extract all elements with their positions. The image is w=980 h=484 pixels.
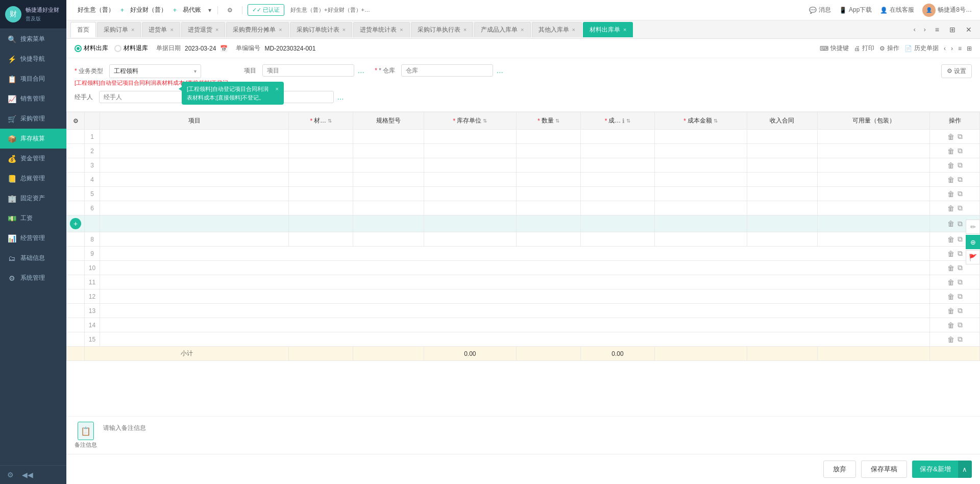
sidebar-item-quick-nav[interactable]: ⚡ 快捷导航 xyxy=(0,49,66,69)
td-warehouse-unit[interactable] xyxy=(424,144,516,158)
td-available[interactable] xyxy=(818,232,930,247)
notes-input[interactable] xyxy=(103,422,972,440)
td-project[interactable] xyxy=(100,144,289,158)
td-active-empty6[interactable] xyxy=(654,215,747,232)
td-quantity[interactable] xyxy=(516,173,580,187)
td-active-empty5[interactable] xyxy=(581,215,655,232)
td-project[interactable] xyxy=(100,201,289,215)
td-cost-amount[interactable] xyxy=(654,232,747,247)
td-active-empty7[interactable] xyxy=(747,215,817,232)
calendar-icon[interactable]: 📅 xyxy=(220,45,228,52)
row-copy-btn[interactable]: ⧉ xyxy=(958,161,963,170)
tab-close-purchase-stat[interactable]: × xyxy=(342,27,346,33)
shortcut-btn[interactable]: ⌨ 快捷键 xyxy=(820,44,849,53)
tab-inbound-return[interactable]: 进货退货 × xyxy=(181,22,225,37)
td-cost[interactable] xyxy=(581,158,655,173)
td-spec[interactable] xyxy=(353,158,424,173)
project-dots[interactable]: … xyxy=(357,66,364,75)
td-cost[interactable] xyxy=(581,144,655,158)
radio-outbound[interactable]: 材料出库 xyxy=(75,44,108,53)
th-material-sort[interactable]: ⇅ xyxy=(328,118,332,124)
sidebar-item-search[interactable]: 🔍 搜索菜单 xyxy=(0,29,66,49)
td-project[interactable] xyxy=(100,173,289,187)
topbar-message[interactable]: 💬 消息 xyxy=(809,6,831,14)
td-available[interactable] xyxy=(818,158,930,173)
tab-purchase-order[interactable]: 采购订单 × xyxy=(97,22,141,37)
topbar-app-download[interactable]: 📱 App下载 xyxy=(839,6,872,14)
row-copy-btn[interactable]: ⧉ xyxy=(958,321,963,329)
td-spec[interactable] xyxy=(353,144,424,158)
td-project[interactable] xyxy=(100,130,289,144)
topbar-settings-icon[interactable]: ⚙ xyxy=(223,5,237,16)
row-copy-btn[interactable]: ⧉ xyxy=(958,175,963,184)
td-project[interactable] xyxy=(100,158,289,173)
save-draft-button[interactable]: 保存草稿 xyxy=(861,461,907,478)
td-cost[interactable] xyxy=(581,232,655,247)
td-warehouse-unit[interactable] xyxy=(424,130,516,144)
tab-purchase-exec[interactable]: 采购订单执行表 × xyxy=(411,22,473,37)
tab-close-other-inbound[interactable]: × xyxy=(572,27,575,33)
td-active-input1[interactable] xyxy=(85,215,100,232)
sidebar-item-basic[interactable]: 🗂 基础信息 xyxy=(0,248,66,268)
row-copy-btn[interactable]: ⧉ xyxy=(958,235,963,244)
topbar-certified2[interactable]: 好生意（普）+好业财（普）+… xyxy=(287,4,373,16)
warehouse-input[interactable] xyxy=(401,64,493,77)
topbar-online-service[interactable]: 👤 在线客服 xyxy=(880,6,914,14)
td-warehouse-unit[interactable] xyxy=(424,232,516,247)
sidebar-item-ledger[interactable]: 📒 总账管理 xyxy=(0,168,66,188)
td-material[interactable] xyxy=(289,187,353,201)
tab-prev-btn[interactable]: ‹ xyxy=(911,24,919,35)
row-copy-btn[interactable]: ⧉ xyxy=(958,249,963,258)
td-quantity[interactable] xyxy=(516,232,580,247)
td-material[interactable] xyxy=(289,158,353,173)
sidebar-item-ops[interactable]: 📊 经营管理 xyxy=(0,228,66,248)
page-nav-next[interactable]: › xyxy=(951,45,953,52)
td-warehouse-unit[interactable] xyxy=(424,201,516,215)
tab-close-product-inbound[interactable]: × xyxy=(521,27,524,33)
row-delete-btn[interactable]: 🗑 xyxy=(947,204,954,212)
topbar-plus1[interactable]: + xyxy=(120,7,124,14)
td-available[interactable] xyxy=(818,144,930,158)
view-grid-btn[interactable]: ⊞ xyxy=(967,45,972,52)
td-active-empty8[interactable] xyxy=(818,215,930,232)
tab-other-inbound[interactable]: 其他入库单 × xyxy=(532,22,582,37)
td-active-empty4[interactable] xyxy=(516,215,580,232)
td-cost[interactable] xyxy=(581,130,655,144)
cost-info-icon[interactable]: ℹ xyxy=(622,117,625,125)
td-quantity[interactable] xyxy=(516,158,580,173)
save-new-main-button[interactable]: 保存&新增 xyxy=(912,461,958,478)
tab-close-purchase-exec[interactable]: × xyxy=(463,27,467,33)
row-delete-btn[interactable]: 🗑 xyxy=(947,321,954,329)
tab-material-outbound[interactable]: 材料出库单 × xyxy=(583,22,633,37)
row-delete-btn-active[interactable]: 🗑 xyxy=(947,220,954,228)
td-active-empty3[interactable] xyxy=(424,215,516,232)
handler-input[interactable] xyxy=(99,91,191,103)
td-material[interactable] xyxy=(289,201,353,215)
topbar-haoyecai[interactable]: 好业财（普） xyxy=(127,4,170,16)
td-available[interactable] xyxy=(818,173,930,187)
tab-close-material-outbound[interactable]: × xyxy=(623,27,626,33)
td-income-contract[interactable] xyxy=(747,144,817,158)
sidebar-item-purchase[interactable]: 🛒 采购管理 xyxy=(0,109,66,129)
tab-listview-btn[interactable]: ≡ xyxy=(931,23,943,36)
operation-btn[interactable]: ⚙ 操作 xyxy=(879,44,899,53)
add-row-btn[interactable]: + xyxy=(70,218,81,229)
radio-return[interactable]: 材料退库 xyxy=(114,44,148,53)
td-quantity[interactable] xyxy=(516,187,580,201)
tab-close-inbound-stat[interactable]: × xyxy=(400,27,403,33)
row-copy-btn[interactable]: ⧉ xyxy=(958,292,963,301)
td-cost-amount[interactable] xyxy=(654,144,747,158)
settings-btn[interactable]: ⚙ 设置 xyxy=(941,64,972,78)
topbar-user[interactable]: 👤 畅捷通8号… xyxy=(922,4,972,17)
td-spec[interactable] xyxy=(353,130,424,144)
td-income-contract[interactable] xyxy=(747,187,817,201)
right-tool-flag[interactable]: 🚩 xyxy=(966,250,980,264)
row-delete-btn[interactable]: 🗑 xyxy=(947,307,954,315)
td-cost[interactable] xyxy=(581,173,655,187)
topbar-haoshengyi[interactable]: 好生意（普） xyxy=(75,4,117,16)
sidebar-item-assets[interactable]: 🏢 固定资产 xyxy=(0,188,66,208)
td-cost-amount[interactable] xyxy=(654,130,747,144)
td-material[interactable] xyxy=(289,144,353,158)
td-spec[interactable] xyxy=(353,232,424,247)
td-cost[interactable] xyxy=(581,187,655,201)
